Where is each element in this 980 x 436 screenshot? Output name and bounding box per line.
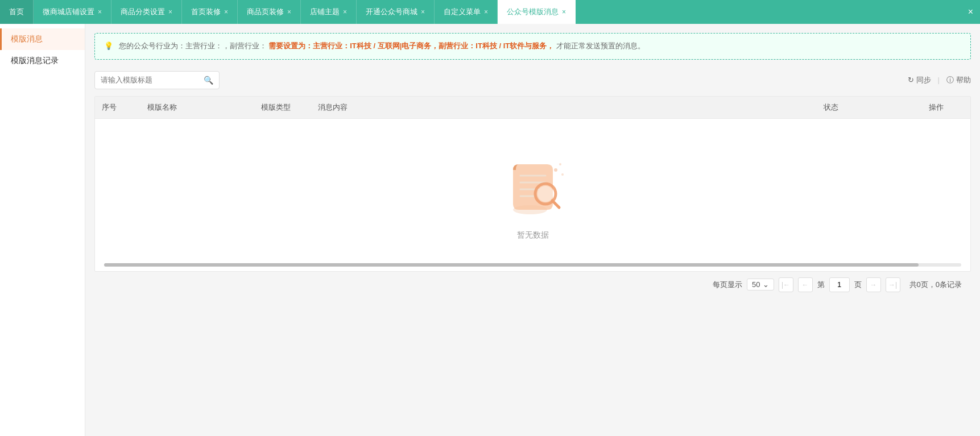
tab-template-msg[interactable]: 公众号模版消息 × — [498, 0, 576, 24]
main-content: 💡 您的公众号行业为：主营行业：，副营行业： 需要设置为：主营行业：IT科技 /… — [85, 24, 980, 436]
svg-point-6 — [537, 186, 553, 202]
th-action: 操作 — [902, 97, 970, 118]
tab-product-decor[interactable]: 商品页装修 × — [238, 0, 301, 24]
tab-home[interactable]: 首页 — [0, 0, 34, 24]
search-actions: ↻ 同步 | ⓘ 帮助 — [908, 75, 971, 85]
tab-shop-theme-close[interactable]: × — [343, 9, 347, 15]
search-icon[interactable]: 🔍 — [204, 76, 213, 85]
tab-custom-menu[interactable]: 自定义菜单 × — [435, 0, 498, 24]
sync-label: 同步 — [916, 75, 931, 85]
search-bar: 🔍 ↻ 同步 | ⓘ 帮助 — [94, 71, 971, 89]
tab-product-decor-close[interactable]: × — [287, 9, 291, 15]
search-input-wrap: 🔍 — [94, 71, 220, 89]
pagination-prev-button[interactable]: ← — [798, 277, 813, 292]
tab-home-label: 首页 — [9, 7, 24, 17]
pag-label-after: 页 — [854, 280, 862, 290]
tab-shop-theme[interactable]: 店铺主题 × — [301, 0, 357, 24]
tab-category-setting-label: 商品分类设置 — [121, 7, 165, 17]
search-input[interactable] — [101, 76, 204, 84]
alert-icon: 💡 — [104, 41, 113, 50]
tab-category-setting-close[interactable]: × — [168, 9, 172, 15]
close-all-button[interactable]: × — [961, 7, 980, 17]
tab-shop-setting-label: 微商城店铺设置 — [43, 7, 94, 17]
th-seq: 序号 — [95, 97, 140, 118]
pagination-page-input[interactable] — [829, 277, 850, 292]
tab-template-msg-label: 公众号模版消息 — [507, 7, 559, 17]
scrollbar-thumb[interactable] — [104, 263, 919, 267]
pagination-first-button[interactable]: |← — [779, 277, 793, 292]
sidebar-item-template-msg-record[interactable]: 模版消息记录 — [0, 50, 85, 72]
th-type: 模版类型 — [254, 97, 311, 118]
help-label: 帮助 — [956, 75, 971, 85]
empty-text: 暂无数据 — [517, 230, 549, 240]
svg-point-10 — [561, 173, 564, 176]
tab-template-msg-close[interactable]: × — [562, 9, 566, 15]
alert-highlight: 需要设置为：主营行业：IT科技 / 互联网|电子商务，副营行业：IT科技 / I… — [268, 41, 554, 50]
pagination-total: 共0页，0条记录 — [909, 280, 962, 290]
sync-button[interactable]: ↻ 同步 — [908, 75, 931, 85]
main-layout: 模版消息 模版消息记录 💡 您的公众号行业为：主营行业：，副营行业： 需要设置为… — [0, 24, 980, 436]
tab-open-mall-close[interactable]: × — [421, 9, 425, 15]
th-name: 模版名称 — [140, 97, 254, 118]
pagination-last-button[interactable]: →| — [886, 277, 900, 292]
per-page-label: 每页显示 — [713, 280, 742, 290]
sidebar-item-template-msg-record-label: 模版消息记录 — [11, 56, 59, 65]
pagination-next-button[interactable]: → — [866, 277, 881, 292]
help-icon: ⓘ — [946, 75, 954, 85]
pagination: 每页显示 50 ⌄ |← ← 第 页 → →| 共0页，0条记录 — [94, 272, 971, 298]
tab-home-decor[interactable]: 首页装修 × — [182, 0, 238, 24]
tab-open-mall-label: 开通公众号商城 — [366, 7, 417, 17]
tab-bar: 首页 微商城店铺设置 × 商品分类设置 × 首页装修 × 商品页装修 × 店铺主… — [0, 0, 980, 24]
tab-shop-setting[interactable]: 微商城店铺设置 × — [34, 0, 111, 24]
tab-product-decor-label: 商品页装修 — [247, 7, 284, 17]
divider: | — [938, 76, 940, 84]
tab-custom-menu-label: 自定义菜单 — [444, 7, 481, 17]
per-page-chevron-icon: ⌄ — [763, 280, 769, 289]
table: 序号 模版名称 模版类型 消息内容 状态 操作 — [94, 96, 971, 272]
svg-point-8 — [554, 168, 557, 172]
sync-icon: ↻ — [908, 76, 914, 84]
tab-home-decor-close[interactable]: × — [224, 9, 228, 15]
empty-icon — [499, 153, 567, 221]
sidebar-item-template-msg[interactable]: 模版消息 — [0, 28, 85, 50]
tab-category-setting[interactable]: 商品分类设置 × — [111, 0, 182, 24]
tab-custom-menu-close[interactable]: × — [484, 9, 488, 15]
sidebar: 模版消息 模版消息记录 — [0, 24, 85, 436]
per-page-value: 50 — [752, 280, 760, 289]
tab-home-decor-label: 首页装修 — [191, 7, 221, 17]
tab-shop-theme-label: 店铺主题 — [310, 7, 340, 17]
alert-prefix: 您的公众号行业为：主营行业：，副营行业： — [119, 41, 267, 50]
pag-label-before: 第 — [817, 280, 825, 290]
help-button[interactable]: ⓘ 帮助 — [946, 75, 971, 85]
alert-box: 💡 您的公众号行业为：主营行业：，副营行业： 需要设置为：主营行业：IT科技 /… — [94, 33, 971, 60]
per-page-select[interactable]: 50 ⌄ — [747, 279, 774, 290]
alert-suffix: 才能正常发送预置的消息。 — [556, 41, 645, 50]
svg-line-7 — [552, 201, 559, 207]
tab-open-mall[interactable]: 开通公众号商城 × — [357, 0, 435, 24]
tab-shop-setting-close[interactable]: × — [98, 9, 102, 15]
th-content: 消息内容 — [311, 97, 817, 118]
th-status: 状态 — [817, 97, 902, 118]
empty-state: 暂无数据 — [95, 119, 970, 263]
table-header: 序号 模版名称 模版类型 消息内容 状态 操作 — [95, 97, 970, 119]
svg-point-9 — [559, 163, 561, 165]
scrollbar-track[interactable] — [104, 263, 961, 267]
sidebar-item-template-msg-label: 模版消息 — [11, 34, 43, 43]
